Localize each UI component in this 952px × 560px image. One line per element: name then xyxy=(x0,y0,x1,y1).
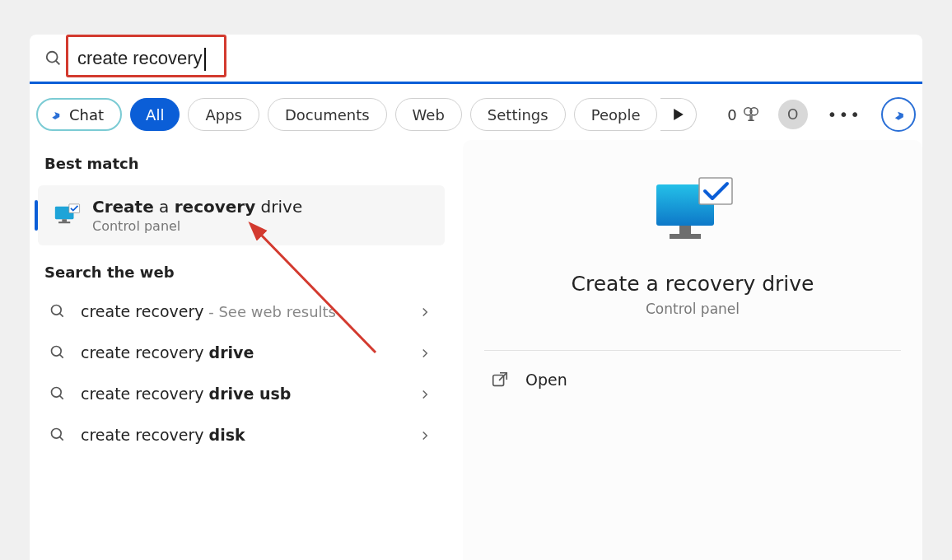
filter-settings[interactable]: Settings xyxy=(470,98,566,131)
best-match-sub: Control panel xyxy=(92,218,302,234)
filter-apps[interactable]: Apps xyxy=(188,98,259,131)
svg-line-15 xyxy=(60,437,63,441)
web-suggestion[interactable]: create recovery disk xyxy=(35,414,445,455)
filter-web[interactable]: Web xyxy=(395,98,462,131)
svg-line-1 xyxy=(56,60,60,64)
preview-sub: Control panel xyxy=(646,301,740,317)
chevron-right-icon xyxy=(420,427,430,444)
search-icon xyxy=(49,427,66,443)
chevron-right-icon xyxy=(420,303,430,320)
trophy-icon xyxy=(742,105,760,124)
bing-icon xyxy=(890,106,907,123)
web-suggestion-text: create recovery drive usb xyxy=(81,385,405,403)
rewards-count: 0 xyxy=(727,106,736,124)
svg-point-12 xyxy=(52,388,62,398)
search-icon xyxy=(44,49,63,68)
search-input[interactable] xyxy=(74,46,222,71)
filter-people[interactable]: People xyxy=(574,98,658,131)
preview-pane: Create a recovery drive Control panel Op… xyxy=(463,140,922,560)
recovery-drive-icon xyxy=(53,202,81,230)
search-icon xyxy=(49,303,66,320)
avatar[interactable]: O xyxy=(778,100,808,129)
rewards-indicator[interactable]: 0 xyxy=(727,105,759,124)
svg-point-14 xyxy=(52,429,62,439)
svg-rect-5 xyxy=(62,219,67,222)
web-suggestion[interactable]: create recovery drive usb xyxy=(35,373,445,414)
svg-line-13 xyxy=(60,396,63,399)
results-column: Best match Create a recovery drive Contr… xyxy=(30,140,450,560)
search-icon xyxy=(49,385,66,402)
more-menu[interactable]: ••• xyxy=(821,105,868,124)
web-suggestion-text: create recovery disk xyxy=(81,426,405,444)
bing-badge[interactable] xyxy=(881,97,916,132)
web-suggestion-text: create recovery - See web results xyxy=(81,302,405,320)
svg-line-9 xyxy=(60,314,63,317)
filter-row: Chat All Apps Documents Web Settings Peo… xyxy=(30,84,922,140)
open-external-icon xyxy=(491,371,509,389)
chevron-right-icon xyxy=(420,385,430,403)
search-web-label: Search the web xyxy=(35,249,445,291)
svg-line-11 xyxy=(60,355,63,358)
search-bar xyxy=(30,35,922,84)
chat-chip[interactable]: Chat xyxy=(36,98,122,131)
web-suggestion-text: create recovery drive xyxy=(81,343,405,362)
open-label: Open xyxy=(525,371,567,389)
best-match-label: Best match xyxy=(35,140,445,182)
search-icon xyxy=(49,344,66,361)
svg-rect-18 xyxy=(679,226,691,234)
chat-label: Chat xyxy=(69,106,104,124)
best-match-item[interactable]: Create a recovery drive Control panel xyxy=(38,185,445,245)
filter-documents[interactable]: Documents xyxy=(268,98,387,131)
svg-point-8 xyxy=(52,306,62,315)
preview-title: Create a recovery drive xyxy=(572,272,814,296)
web-suggestion[interactable]: create recovery - See web results xyxy=(35,291,445,332)
open-action[interactable]: Open xyxy=(484,351,901,408)
svg-point-10 xyxy=(52,347,62,357)
play-icon xyxy=(673,109,684,120)
svg-rect-19 xyxy=(670,234,701,239)
bing-icon xyxy=(48,107,63,122)
search-panel: Chat All Apps Documents Web Settings Peo… xyxy=(30,35,922,560)
web-suggestion[interactable]: create recovery drive xyxy=(35,332,445,373)
filter-all[interactable]: All xyxy=(130,98,180,131)
svg-point-0 xyxy=(47,51,58,62)
chevron-right-icon xyxy=(420,344,430,362)
recovery-drive-icon-large xyxy=(651,176,734,250)
svg-rect-6 xyxy=(58,222,70,223)
best-match-title: Create a recovery drive xyxy=(92,197,302,217)
filter-more-arrow[interactable] xyxy=(660,98,697,131)
